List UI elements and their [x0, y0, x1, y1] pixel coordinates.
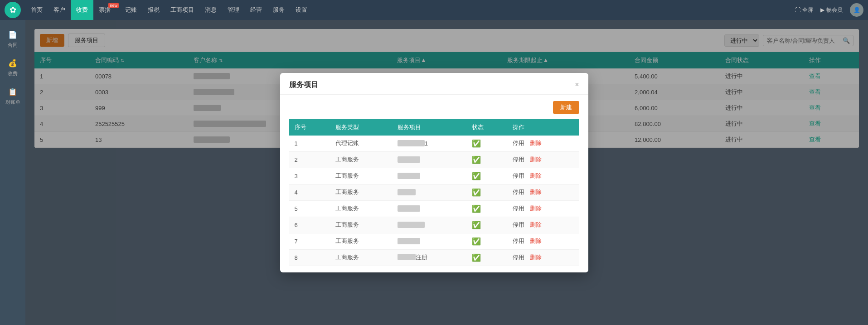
- modal-table-row: 1 代理记账 1 ✅ 停用 删除: [289, 136, 579, 152]
- logo-icon: ✿: [5, 2, 21, 18]
- modal-table-row: 3 工商服务 ✅ 停用 删除: [289, 168, 579, 184]
- modal-table-row: 7 工商服务 ✅ 停用 删除: [289, 233, 579, 249]
- stop-button[interactable]: 停用: [513, 172, 524, 179]
- modal-cell-seq: 2: [289, 151, 330, 168]
- modal-cell-seq: 8: [289, 249, 330, 266]
- modal-cell-item: [392, 184, 467, 200]
- modal-cell-status: ✅: [466, 249, 507, 266]
- modal-header: 服务项目 ×: [280, 73, 588, 95]
- delete-button[interactable]: 删除: [530, 221, 542, 228]
- modal-cell-status: ✅: [466, 168, 507, 184]
- sidebar-item-billing[interactable]: 💰 收费: [0, 53, 25, 82]
- fullscreen-btn[interactable]: ⛶ 全屏: [795, 6, 813, 14]
- top-nav: ✿ 首页 客户 收费 票据 new 记账 报税 工商项目 消息 管理 经营 服务…: [0, 0, 868, 20]
- stop-button[interactable]: 停用: [513, 156, 524, 163]
- nav-message[interactable]: 消息: [199, 0, 222, 20]
- delete-button[interactable]: 删除: [530, 254, 542, 261]
- modal-cell-type: 工商服务: [330, 200, 392, 217]
- delete-button[interactable]: 删除: [530, 172, 542, 179]
- sidebar-label-statement: 对账单: [5, 99, 20, 106]
- delete-button[interactable]: 删除: [530, 205, 542, 212]
- modal-col-type: 服务类型: [330, 119, 392, 136]
- modal-cell-action: 停用 删除: [507, 151, 579, 168]
- statement-icon: 📋: [7, 86, 18, 97]
- modal-cell-seq: 5: [289, 200, 330, 217]
- nav-billing[interactable]: 收费: [71, 0, 93, 20]
- modal-cell-item: [392, 233, 467, 249]
- modal-cell-seq: 6: [289, 217, 330, 233]
- modal-new-button[interactable]: 新建: [553, 101, 579, 114]
- modal-col-action: 操作: [507, 119, 579, 136]
- modal-cell-action: 停用 删除: [507, 249, 579, 266]
- nav-manage[interactable]: 管理: [222, 0, 245, 20]
- nav-tax[interactable]: 报税: [142, 0, 165, 20]
- stop-button[interactable]: 停用: [513, 205, 524, 212]
- stop-button[interactable]: 停用: [513, 254, 524, 261]
- modal-table-wrap: 序号 服务类型 服务项目 状态 操作 1 代理记账 1 ✅ 停用: [289, 119, 579, 266]
- modal-table-row: 8 工商服务 注册 ✅ 停用 删除: [289, 249, 579, 266]
- nav-operation[interactable]: 经营: [245, 0, 267, 20]
- nav-service[interactable]: 服务: [267, 0, 290, 20]
- modal-table-row: 4 工商服务 ✅ 停用 删除: [289, 184, 579, 200]
- vip-btn[interactable]: ▶ 畅会员: [820, 6, 843, 14]
- nav-industrial[interactable]: 工商项目: [165, 0, 199, 20]
- stop-button[interactable]: 停用: [513, 238, 524, 244]
- modal-cell-action: 停用 删除: [507, 184, 579, 200]
- nav-settings[interactable]: 设置: [290, 0, 313, 20]
- new-badge: new: [108, 3, 119, 8]
- sidebar-label-contract: 合同: [8, 42, 18, 49]
- stop-button[interactable]: 停用: [513, 221, 524, 228]
- delete-button[interactable]: 删除: [530, 140, 542, 146]
- modal-col-seq: 序号: [289, 119, 330, 136]
- delete-button[interactable]: 删除: [530, 189, 542, 195]
- modal-cell-seq: 3: [289, 168, 330, 184]
- fullscreen-icon: ⛶: [795, 7, 800, 13]
- service-modal: 服务项目 × 新建 序号 服务类型 服务项目 状态 操作 1: [280, 73, 588, 272]
- modal-table-row: 6 工商服务 ✅ 停用 删除: [289, 217, 579, 233]
- nav-bookkeeping[interactable]: 记账: [120, 0, 142, 20]
- modal-cell-type: 代理记账: [330, 136, 392, 152]
- sidebar-item-statement[interactable]: 📋 对账单: [0, 82, 25, 110]
- modal-title: 服务项目: [289, 80, 318, 90]
- nav-invoice[interactable]: 票据 new: [93, 0, 120, 20]
- modal-col-status: 状态: [466, 119, 507, 136]
- modal-cell-action: 停用 删除: [507, 217, 579, 233]
- modal-cell-item: [392, 217, 467, 233]
- modal-cell-status: ✅: [466, 136, 507, 152]
- modal-cell-action: 停用 删除: [507, 233, 579, 249]
- sidebar-item-contract[interactable]: 📄 合同: [0, 24, 25, 53]
- nav-home[interactable]: 首页: [25, 0, 48, 20]
- modal-cell-seq: 7: [289, 233, 330, 249]
- modal-cell-action: 停用 删除: [507, 200, 579, 217]
- modal-col-item: 服务项目: [392, 119, 467, 136]
- contract-icon: 📄: [7, 29, 18, 40]
- modal-table: 序号 服务类型 服务项目 状态 操作 1 代理记账 1 ✅ 停用: [289, 119, 579, 266]
- modal-cell-item: [392, 200, 467, 217]
- delete-button[interactable]: 删除: [530, 156, 542, 163]
- modal-cell-item: [392, 168, 467, 184]
- delete-button[interactable]: 删除: [530, 238, 542, 244]
- modal-toolbar: 新建: [289, 101, 579, 114]
- modal-cell-status: ✅: [466, 233, 507, 249]
- modal-table-row: 5 工商服务 ✅ 停用 删除: [289, 200, 579, 217]
- modal-cell-item: 1: [392, 136, 467, 152]
- right-actions: ⛶ 全屏 ▶ 畅会员 👤: [795, 3, 863, 17]
- user-avatar[interactable]: 👤: [850, 3, 863, 17]
- modal-cell-type: 工商服务: [330, 233, 392, 249]
- modal-cell-status: ✅: [466, 217, 507, 233]
- stop-button[interactable]: 停用: [513, 140, 524, 146]
- modal-cell-item: 注册: [392, 249, 467, 266]
- modal-table-row: 2 工商服务 ✅ 停用 删除: [289, 151, 579, 168]
- vip-icon: ▶: [820, 7, 824, 13]
- modal-cell-action: 停用 删除: [507, 136, 579, 152]
- stop-button[interactable]: 停用: [513, 189, 524, 195]
- nav-client[interactable]: 客户: [48, 0, 71, 20]
- modal-cell-seq: 1: [289, 136, 330, 152]
- modal-cell-seq: 4: [289, 184, 330, 200]
- modal-cell-status: ✅: [466, 184, 507, 200]
- modal-body: 新建 序号 服务类型 服务项目 状态 操作 1 代理记账: [280, 95, 588, 272]
- modal-cell-status: ✅: [466, 200, 507, 217]
- modal-cell-status: ✅: [466, 151, 507, 168]
- modal-close-button[interactable]: ×: [575, 81, 579, 89]
- modal-cell-type: 工商服务: [330, 151, 392, 168]
